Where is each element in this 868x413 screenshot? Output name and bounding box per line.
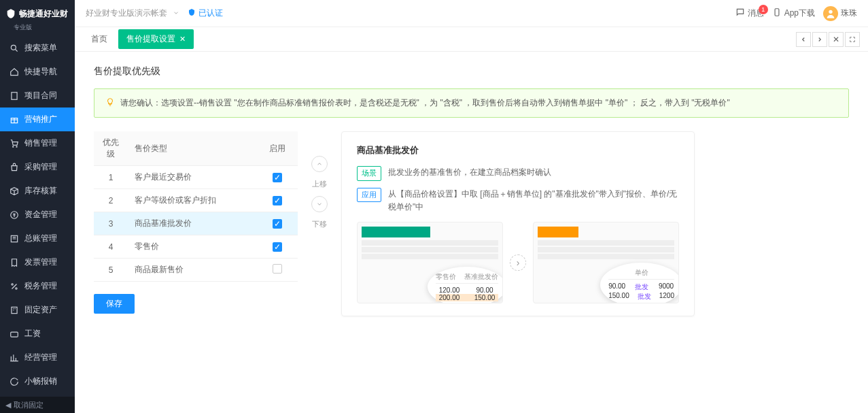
nav-quick[interactable]: 快捷导航 bbox=[0, 60, 75, 84]
bulb-icon bbox=[105, 97, 115, 109]
move-up-button[interactable] bbox=[311, 156, 328, 172]
verified-badge: 已认证 bbox=[188, 7, 223, 19]
tab-price-setting[interactable]: 售价提取设置 ✕ bbox=[118, 29, 194, 49]
enable-checkbox[interactable]: ✓ bbox=[273, 242, 282, 252]
priority-table: 优先级 售价类型 启用 1 客户最近交易价 ✓ bbox=[94, 131, 298, 282]
mobile-icon bbox=[772, 7, 782, 19]
detail-title: 商品基准批发价 bbox=[357, 144, 679, 156]
nav-invoice[interactable]: 发票管理 bbox=[0, 250, 75, 274]
svg-point-13 bbox=[829, 10, 832, 13]
svg-rect-12 bbox=[775, 9, 779, 16]
svg-point-4 bbox=[16, 146, 17, 147]
move-down-button[interactable] bbox=[311, 196, 328, 212]
col-enable: 启用 bbox=[257, 131, 298, 166]
table-row[interactable]: 1 客户最近交易价 ✓ bbox=[94, 166, 298, 189]
nav-purchase[interactable]: 采购管理 bbox=[0, 155, 75, 179]
app-download-button[interactable]: App下载 bbox=[772, 7, 815, 19]
box-icon bbox=[10, 186, 19, 196]
tenant-selector[interactable]: 好业财专业版演示帐套 bbox=[86, 7, 179, 19]
enable-checkbox[interactable]: ✓ bbox=[273, 196, 282, 205]
info-banner: 请您确认：选项设置--销售设置 "您在制作商品标准销售报价表时，是含税还是无税"… bbox=[94, 88, 849, 118]
svg-point-7 bbox=[12, 283, 13, 284]
search-icon bbox=[10, 44, 19, 53]
book-icon bbox=[10, 234, 19, 244]
tab-next-button[interactable] bbox=[812, 32, 827, 47]
tab-home[interactable]: 首页 bbox=[83, 29, 116, 49]
zoom-left: 零售价基准批发价 120.0090.00 200.00150.00 bbox=[428, 267, 503, 303]
illustration-right: 单价 90.00批发9000 150.00批发1200 bbox=[533, 222, 679, 303]
topbar: 好业财专业版演示帐套 已认证 消息 1 bbox=[75, 0, 868, 27]
scene-tag: 场景 bbox=[357, 166, 381, 181]
table-row[interactable]: 5 商品最新售价 bbox=[94, 259, 298, 282]
zoom-right: 单价 90.00批发9000 150.00批发1200 bbox=[600, 263, 679, 303]
tab-prev-button[interactable] bbox=[796, 32, 811, 47]
apply-text: 从【商品价格设置】中取 [商品＋销售单位] 的"基准批发价"带入到"报价、单价/… bbox=[388, 188, 679, 214]
svg-point-8 bbox=[16, 287, 17, 288]
nav-search-menu[interactable]: 搜索菜单 bbox=[0, 36, 75, 60]
nav-operation[interactable]: 经营管理 bbox=[0, 346, 75, 369]
building-icon bbox=[10, 305, 19, 315]
svg-rect-9 bbox=[12, 307, 17, 313]
enable-checkbox[interactable]: ✓ bbox=[273, 219, 282, 229]
apply-tag: 应用 bbox=[357, 188, 381, 203]
unpin-button[interactable]: ◀ 取消固定 bbox=[0, 397, 75, 413]
nav-assets[interactable]: 固定资产 bbox=[0, 298, 75, 322]
svg-rect-10 bbox=[11, 332, 18, 337]
nav-inventory[interactable]: 库存核算 bbox=[0, 179, 75, 203]
save-button[interactable]: 保存 bbox=[94, 294, 135, 314]
home-icon bbox=[10, 67, 19, 77]
cart-icon bbox=[10, 139, 19, 148]
nav-sales[interactable]: 销售管理 bbox=[0, 131, 75, 155]
user-menu[interactable]: 珠珠 bbox=[823, 6, 857, 21]
nav-marketing[interactable]: 营销推广 bbox=[0, 108, 75, 131]
svg-rect-1 bbox=[12, 92, 17, 99]
wallet-icon bbox=[10, 329, 19, 339]
document-icon bbox=[10, 91, 19, 101]
illustration: 零售价基准批发价 120.0090.00 200.00150.00 › 单价 bbox=[357, 222, 679, 303]
enable-checkbox[interactable] bbox=[273, 264, 282, 274]
chart-icon bbox=[10, 353, 19, 363]
nav-expense[interactable]: 小畅报销 bbox=[0, 369, 75, 393]
message-badge: 1 bbox=[759, 5, 768, 14]
table-row[interactable]: 3 商品基准批发价 ✓ bbox=[94, 212, 298, 235]
fullscreen-button[interactable] bbox=[845, 32, 860, 47]
brand-edition: 专业版 bbox=[14, 23, 75, 36]
brand-name: 畅捷通好业财 bbox=[19, 8, 68, 20]
pin-icon: ◀ bbox=[5, 401, 11, 410]
sidebar-nav: 搜索菜单 快捷导航 项目合同 营销推广 销售管理 采购管理 库存核算 资金管理 … bbox=[0, 36, 75, 397]
table-row[interactable]: 4 零售价 ✓ bbox=[94, 235, 298, 259]
nav-project[interactable]: 项目合同 bbox=[0, 84, 75, 108]
col-priority: 优先级 bbox=[94, 131, 128, 166]
message-button[interactable]: 消息 1 bbox=[735, 7, 764, 19]
detail-panel: 商品基准批发价 场景 批发业务的基准售价，在建立商品档案时确认 应用 从【商品价… bbox=[341, 131, 695, 316]
gift-icon bbox=[10, 115, 19, 125]
receipt-icon bbox=[10, 258, 19, 267]
table-row[interactable]: 2 客户等级价或客户折扣 ✓ bbox=[94, 189, 298, 212]
brand-icon bbox=[5, 8, 16, 19]
svg-point-0 bbox=[11, 45, 16, 50]
bag-icon bbox=[10, 163, 19, 172]
col-type: 售价类型 bbox=[128, 131, 257, 166]
main: 好业财专业版演示帐套 已认证 消息 1 bbox=[75, 0, 868, 413]
content: 售价提取优先级 请您确认：选项设置--销售设置 "您在制作商品标准销售报价表时，… bbox=[75, 52, 868, 413]
tabbar: 首页 售价提取设置 ✕ ✕ bbox=[75, 27, 868, 52]
move-controls: 上移 下移 bbox=[311, 131, 328, 229]
svg-point-3 bbox=[13, 146, 14, 147]
nav-ledger[interactable]: 总账管理 bbox=[0, 227, 75, 250]
page-title: 售价提取优先级 bbox=[94, 65, 849, 78]
priority-table-wrap: 优先级 售价类型 启用 1 客户最近交易价 ✓ bbox=[94, 131, 298, 314]
close-icon[interactable]: ✕ bbox=[179, 35, 186, 44]
illustration-left: 零售价基准批发价 120.0090.00 200.00150.00 bbox=[357, 222, 503, 303]
enable-checkbox[interactable]: ✓ bbox=[273, 173, 282, 182]
chevron-down-icon bbox=[173, 9, 179, 18]
arrow-icon: › bbox=[510, 254, 526, 271]
tab-close-all-button[interactable]: ✕ bbox=[829, 32, 844, 47]
scene-text: 批发业务的基准售价，在建立商品档案时确认 bbox=[388, 166, 551, 179]
refresh-icon bbox=[10, 377, 19, 386]
nav-tax[interactable]: 税务管理 bbox=[0, 274, 75, 298]
percent-icon bbox=[10, 282, 19, 291]
message-icon bbox=[735, 7, 745, 19]
nav-funds[interactable]: 资金管理 bbox=[0, 203, 75, 227]
shield-icon bbox=[188, 8, 196, 18]
nav-salary[interactable]: 工资 bbox=[0, 322, 75, 346]
